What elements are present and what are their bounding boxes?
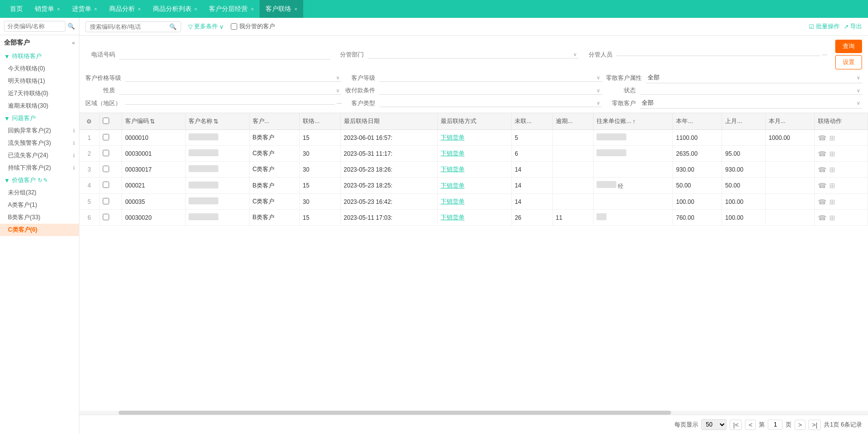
row-select-checkbox[interactable]: [103, 198, 109, 204]
row-select-checkbox[interactable]: [103, 214, 109, 220]
row-select-checkbox[interactable]: [103, 134, 109, 140]
sidebar-item-7days-contact[interactable]: 近7天待联络(0): [0, 87, 79, 100]
settings-button[interactable]: 设置: [835, 55, 862, 69]
more-icon[interactable]: ···: [336, 100, 341, 107]
settings-gear-icon[interactable]: ⚙: [86, 118, 92, 125]
price-level-select[interactable]: ∨: [125, 74, 341, 82]
nav-customer-layer[interactable]: 客户分层经营 ×: [203, 0, 260, 18]
scrollbar-thumb[interactable]: [119, 411, 670, 415]
sidebar-group-problem[interactable]: ▼ 问题客户: [0, 112, 79, 124]
sidebar-search-icon[interactable]: 🔍: [67, 23, 75, 30]
sidebar-item-today-contact[interactable]: 今天待联络(0): [0, 62, 79, 75]
search-input[interactable]: [90, 23, 169, 30]
payment-select[interactable]: ∨: [379, 87, 601, 95]
sidebar-group-value[interactable]: ▼ 价值客户 ↻ ✎: [0, 174, 79, 186]
prev-page-button[interactable]: <: [745, 420, 756, 430]
col-last-month[interactable]: 上月...: [722, 113, 765, 130]
contact-method-link[interactable]: 下销货单: [441, 198, 465, 205]
grid-action-icon[interactable]: ⊞: [829, 166, 835, 174]
col-contact-count[interactable]: 联络...: [300, 113, 341, 130]
close-icon[interactable]: ×: [57, 6, 60, 12]
batch-operation-button[interactable]: ☑ 批量操作: [809, 22, 840, 31]
row-select-checkbox[interactable]: [103, 166, 109, 172]
sidebar-item-overdue-contact[interactable]: 逾期未联络(30): [0, 100, 79, 112]
retail-customer-select[interactable]: 全部 ∨: [640, 98, 862, 109]
horizontal-scrollbar[interactable]: [79, 411, 868, 415]
more-conditions-button[interactable]: ▽ 更多条件 ∨: [185, 21, 227, 32]
sidebar-item-a-class[interactable]: A类客户(1): [0, 199, 79, 211]
edit-icon[interactable]: ✎: [43, 177, 48, 184]
col-last-contact-date[interactable]: 最后联络日期: [340, 113, 437, 130]
sidebar-search-input[interactable]: [4, 21, 66, 32]
close-icon[interactable]: ×: [294, 6, 297, 12]
close-icon[interactable]: ×: [94, 6, 97, 12]
col-no-contact[interactable]: 未联...: [512, 113, 553, 130]
grid-action-icon[interactable]: ⊞: [829, 214, 835, 222]
sidebar-item-churned[interactable]: 已流失客户(24) ℹ: [0, 149, 79, 162]
close-icon[interactable]: ×: [251, 6, 254, 12]
last-page-button[interactable]: >|: [808, 420, 821, 430]
grid-action-icon[interactable]: ⊞: [829, 182, 835, 189]
sidebar-item-b-class[interactable]: B类客户(33): [0, 211, 79, 224]
col-overdue[interactable]: 逾期...: [552, 113, 594, 130]
retail-attr-select[interactable]: 全部 ∨: [646, 72, 862, 83]
col-this-year[interactable]: 本年...: [673, 113, 722, 130]
contact-method-link[interactable]: 下销货单: [441, 150, 465, 157]
col-last-contact-method[interactable]: 最后联络方式: [437, 113, 511, 130]
nature-select[interactable]: ∨: [119, 87, 341, 95]
col-this-month[interactable]: 本月...: [765, 113, 814, 130]
grid-action-icon[interactable]: ⊞: [829, 134, 835, 142]
my-customers-checkbox[interactable]: [231, 23, 237, 30]
nav-customer-contact[interactable]: 客户联络 ×: [260, 0, 303, 18]
grid-action-icon[interactable]: ⊞: [829, 198, 835, 206]
phone-input[interactable]: [119, 50, 330, 60]
export-button[interactable]: ↗ 导出: [844, 22, 862, 31]
dept-select[interactable]: ∨: [368, 51, 579, 59]
customer-level-select[interactable]: ∨: [379, 74, 601, 82]
col-unit-balance[interactable]: 往来单位账... ↑: [594, 113, 673, 130]
sidebar-item-churn-warning[interactable]: 流失预警客户(3) ℹ: [0, 137, 79, 149]
close-icon[interactable]: ×: [195, 6, 198, 12]
refresh-icon[interactable]: ↻: [38, 177, 42, 184]
nav-home[interactable]: 首页: [4, 0, 29, 18]
phone-action-icon[interactable]: ☎: [818, 134, 826, 142]
sidebar-item-ungrouped[interactable]: 未分组(32): [0, 186, 79, 199]
query-button[interactable]: 查询: [835, 40, 862, 53]
close-icon[interactable]: ×: [138, 6, 141, 12]
phone-action-icon[interactable]: ☎: [818, 198, 826, 206]
sidebar-item-tomorrow-contact[interactable]: 明天待联络(1): [0, 75, 79, 87]
manager-select[interactable]: [616, 54, 820, 56]
sidebar-item-repurchase-abnormal[interactable]: 回购异常客户(2) ℹ: [0, 124, 79, 137]
first-page-button[interactable]: |<: [730, 420, 742, 430]
sidebar-group-pending[interactable]: ▼ 待联络客户: [0, 50, 79, 62]
sidebar-item-c-class[interactable]: C类客户(6): [0, 224, 79, 236]
col-contact-action[interactable]: 联络动作: [814, 113, 868, 130]
status-select[interactable]: ∨: [640, 87, 862, 95]
col-customer-type[interactable]: 客户...: [249, 113, 299, 130]
col-customer-code[interactable]: 客户编码 ⇅: [122, 113, 186, 130]
contact-method-link[interactable]: 下销货单: [441, 166, 465, 173]
contact-method-link[interactable]: 下销货单: [441, 182, 465, 189]
phone-action-icon[interactable]: ☎: [818, 166, 826, 174]
nav-purchase[interactable]: 进货单 ×: [66, 0, 103, 18]
page-size-select[interactable]: 50 100: [701, 419, 727, 430]
search-icon[interactable]: 🔍: [169, 23, 177, 30]
collapse-icon[interactable]: «: [72, 40, 75, 46]
nav-sales[interactable]: 销货单 ×: [29, 0, 66, 18]
nav-goods-analysis[interactable]: 商品分析 ×: [103, 0, 147, 18]
grid-action-icon[interactable]: ⊞: [829, 150, 835, 158]
contact-method-link[interactable]: 下销货单: [441, 134, 465, 141]
page-number-input[interactable]: [768, 420, 783, 430]
region-select[interactable]: [125, 102, 334, 105]
phone-action-icon[interactable]: ☎: [818, 182, 826, 189]
phone-action-icon[interactable]: ☎: [818, 150, 826, 158]
select-all-checkbox[interactable]: [103, 118, 109, 124]
row-select-checkbox[interactable]: [103, 182, 109, 188]
next-page-button[interactable]: >: [795, 420, 805, 430]
more-icon[interactable]: ···: [822, 51, 827, 58]
sidebar-item-declining[interactable]: 持续下滑客户(2) ℹ: [0, 162, 79, 174]
all-customers-header[interactable]: 全部客户 «: [0, 35, 79, 50]
contact-method-link[interactable]: 下销货单: [441, 214, 465, 221]
row-select-checkbox[interactable]: [103, 150, 109, 156]
col-customer-name[interactable]: 客户名称 ⇅: [186, 113, 249, 130]
